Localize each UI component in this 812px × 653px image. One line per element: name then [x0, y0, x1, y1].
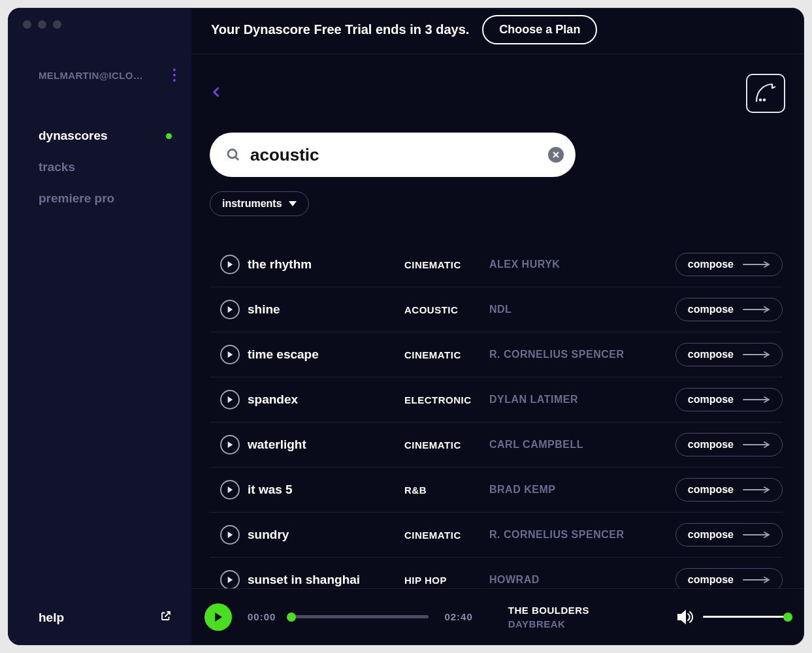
track-artist: BRAD KEMP	[489, 484, 672, 496]
track-title: the rhythm	[248, 257, 404, 272]
filter-label: instruments	[222, 198, 282, 210]
maximize-window-dot[interactable]	[53, 20, 61, 29]
track-artist: R. CORNELIUS SPENCER	[489, 529, 672, 541]
svg-marker-17	[228, 486, 233, 493]
player-bar: 00:00 02:40 THE BOULDERS DAYBREAK	[191, 588, 804, 645]
track-title: shine	[248, 302, 404, 317]
compose-button[interactable]: compose	[675, 433, 783, 456]
volume-icon[interactable]	[677, 610, 694, 624]
compose-button[interactable]: compose	[675, 523, 783, 547]
svg-line-3	[235, 157, 238, 160]
svg-point-0	[760, 99, 761, 101]
svg-marker-7	[228, 261, 233, 268]
play-track-icon[interactable]	[220, 570, 240, 588]
play-track-icon[interactable]	[220, 255, 240, 274]
play-track-icon[interactable]	[220, 525, 240, 545]
back-chevron-icon[interactable]	[210, 86, 223, 101]
track-row: time escapeCINEMATICR. CORNELIUS SPENCER…	[210, 332, 783, 377]
track-artist: HOWRAD	[489, 574, 672, 586]
compose-button[interactable]: compose	[675, 388, 783, 411]
active-indicator-dot-icon	[166, 133, 172, 139]
sidebar: MELMARTIN@ICLO… dynascores tracks premie…	[8, 8, 191, 645]
track-artist: CARL CAMPBELL	[489, 439, 672, 451]
progress-bar[interactable]	[291, 615, 429, 618]
time-current: 00:00	[248, 611, 276, 622]
svg-marker-6	[289, 201, 297, 206]
chevron-down-icon	[289, 200, 297, 207]
volume-slider[interactable]	[703, 616, 788, 618]
play-track-icon[interactable]	[220, 435, 240, 454]
progress-handle[interactable]	[287, 613, 296, 622]
play-track-icon[interactable]	[220, 480, 240, 500]
track-genre: ACOUSTIC	[404, 304, 489, 315]
track-row: sunset in shanghaiHIP HOPHOWRADcompose	[210, 558, 783, 588]
search-icon	[225, 147, 241, 163]
play-button[interactable]	[204, 603, 232, 631]
compose-button[interactable]: compose	[675, 568, 783, 588]
banner-text: Your Dynascore Free Trial ends in 3 days…	[211, 22, 469, 37]
play-track-icon[interactable]	[220, 345, 240, 364]
track-row: spandexELECTRONICDYLAN LATIMERcompose	[210, 377, 783, 422]
sidebar-item-dynascores[interactable]: dynascores	[39, 129, 172, 143]
play-track-icon[interactable]	[220, 390, 240, 409]
sidebar-item-label: premiere pro	[39, 191, 114, 206]
track-genre: CINEMATIC	[404, 530, 489, 541]
filter-row: instruments	[210, 191, 785, 216]
compose-button[interactable]: compose	[675, 253, 783, 276]
brand-logo-icon	[746, 74, 785, 113]
compose-button[interactable]: compose	[675, 298, 783, 321]
clear-search-icon[interactable]	[548, 147, 564, 163]
main: Your Dynascore Free Trial ends in 3 days…	[191, 8, 804, 645]
help-link[interactable]: help	[39, 611, 64, 625]
track-row: waterlightCINEMATICCARL CAMPBELLcompose	[210, 422, 783, 468]
compose-label: compose	[688, 529, 734, 541]
compose-label: compose	[688, 304, 734, 315]
filter-instruments[interactable]: instruments	[210, 191, 309, 216]
time-total: 02:40	[444, 611, 472, 622]
svg-marker-9	[228, 306, 233, 313]
external-link-icon[interactable]	[160, 610, 172, 625]
sidebar-nav: dynascores tracks premiere pro	[8, 129, 191, 206]
search-bar	[210, 133, 576, 177]
compose-label: compose	[688, 439, 734, 451]
play-track-icon[interactable]	[220, 300, 240, 319]
volume-control	[677, 610, 788, 624]
svg-point-1	[764, 99, 765, 101]
sidebar-item-tracks[interactable]: tracks	[39, 160, 172, 174]
close-window-dot[interactable]	[23, 20, 31, 29]
svg-marker-24	[678, 611, 685, 623]
sidebar-item-label: tracks	[39, 160, 75, 174]
minimize-window-dot[interactable]	[38, 20, 46, 29]
track-genre: R&B	[404, 485, 489, 496]
track-genre: ELECTRONIC	[404, 394, 489, 406]
svg-marker-15	[228, 441, 233, 448]
track-row: the rhythmCINEMATICALEX HURYKcompose	[210, 242, 783, 287]
track-artist: ALEX HURYK	[489, 259, 672, 270]
compose-button[interactable]: compose	[675, 343, 783, 366]
compose-button[interactable]: compose	[675, 478, 783, 502]
compose-label: compose	[688, 394, 734, 406]
compose-label: compose	[688, 259, 734, 270]
track-artist: DYLAN LATIMER	[489, 394, 672, 406]
window-controls	[23, 20, 61, 29]
track-genre: CINEMATIC	[404, 349, 489, 360]
svg-marker-19	[228, 532, 233, 538]
user-row: MELMARTIN@ICLO…	[8, 61, 191, 89]
track-genre: HIP HOP	[404, 575, 489, 586]
sidebar-item-premiere-pro[interactable]: premiere pro	[39, 191, 172, 206]
track-title: spandex	[248, 392, 404, 407]
track-title: it was 5	[248, 483, 404, 497]
now-playing-artist: THE BOULDERS	[508, 605, 589, 616]
search-input[interactable]	[250, 145, 539, 165]
now-playing-title: DAYBREAK	[508, 618, 589, 629]
top-row	[210, 74, 785, 113]
svg-marker-11	[228, 351, 233, 358]
compose-label: compose	[688, 349, 734, 360]
track-row: shineACOUSTICNDLcompose	[210, 287, 783, 332]
content: instruments the rhythmCINEMATICALEX HURY…	[191, 54, 804, 588]
track-genre: CINEMATIC	[404, 439, 489, 451]
user-menu-kebab-icon[interactable]	[173, 69, 176, 82]
track-title: waterlight	[248, 438, 404, 452]
volume-handle[interactable]	[783, 613, 792, 622]
choose-plan-button[interactable]: Choose a Plan	[482, 15, 597, 44]
